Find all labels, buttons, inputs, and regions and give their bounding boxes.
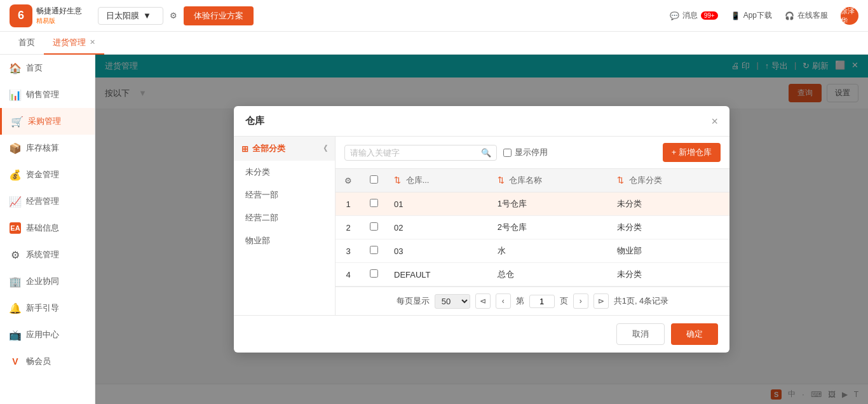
table-row[interactable]: 1 01 1号仓库 未分类: [336, 192, 729, 216]
per-page-select[interactable]: 50 10 20 100: [435, 294, 470, 309]
app-download-button[interactable]: 📱 App下载: [731, 10, 772, 21]
category-item-operations2[interactable]: 经营二部: [234, 206, 335, 229]
guide-icon: 🔔: [10, 302, 21, 314]
warehouse-modal: 仓库 × ⊞ 全部分类 《 未分类 经营一部 经营二部: [234, 106, 729, 353]
inventory-icon: 📦: [10, 142, 21, 154]
store-selector[interactable]: 日太阳膜 ▼: [98, 7, 163, 25]
sidebar-item-operations[interactable]: 📈 经营管理: [0, 188, 95, 215]
row-name: 1号仓库: [490, 192, 610, 216]
category-item-uncategorized[interactable]: 未分类: [234, 161, 335, 184]
search-input[interactable]: [350, 148, 477, 158]
home-icon: 🏠: [10, 62, 21, 74]
table-row[interactable]: 4 DEFAULT 总仓 未分类: [336, 263, 729, 286]
pagination: 每页显示 50 10 20 100 ⊲ ‹ 第 页: [336, 286, 729, 315]
settings-button[interactable]: ⚙: [163, 6, 184, 26]
sidebar-item-home[interactable]: 🏠 首页: [0, 55, 95, 81]
modal-overlay: 仓库 × ⊞ 全部分类 《 未分类 经营一部 经营二部: [95, 55, 868, 404]
row-code: 03: [386, 239, 490, 263]
category-item-operations1[interactable]: 经营一部: [234, 184, 335, 206]
col-name[interactable]: ⇅ 仓库名称: [490, 169, 610, 192]
table-panel: 🔍 显示停用 + 新增仓库: [336, 137, 729, 315]
table-row[interactable]: 3 03 水 物业部: [336, 239, 729, 263]
sidebar-item-sales[interactable]: 📊 销售管理: [0, 81, 95, 108]
row-name: 总仓: [490, 263, 610, 286]
sidebar-item-enterprise[interactable]: 🏢 企业协同: [0, 268, 95, 295]
row-checkbox-cell[interactable]: [361, 239, 386, 263]
sidebar-item-members[interactable]: V 畅会员: [0, 348, 95, 375]
online-service-button[interactable]: 🎧 在线客服: [785, 10, 828, 21]
row-code: 02: [386, 216, 490, 239]
table-container: ⚙ ⇅ 仓库...: [336, 169, 729, 286]
enterprise-icon: 🏢: [10, 276, 21, 287]
show-disabled-label[interactable]: 显示停用: [503, 147, 548, 158]
sort-icon-name: ⇅: [498, 175, 505, 185]
user-profile[interactable]: 徐泽华: [841, 7, 858, 25]
row-checkbox-cell[interactable]: [361, 192, 386, 216]
col-category[interactable]: ⇅ 仓库分类: [609, 169, 729, 192]
sort-icon-code: ⇅: [394, 175, 401, 185]
sales-icon: 📊: [10, 89, 21, 100]
add-warehouse-button[interactable]: + 新增仓库: [663, 143, 721, 162]
select-all-checkbox[interactable]: [370, 175, 378, 184]
try-industry-button[interactable]: 体验行业方案: [184, 6, 254, 25]
sidebar-item-finance[interactable]: 💰 资金管理: [0, 161, 95, 188]
page-number-input[interactable]: [529, 295, 555, 308]
avatar: 徐泽华: [841, 7, 858, 25]
modal-footer: 取消 确定: [234, 315, 729, 353]
app-logo: 6 畅捷通好生意 精易版: [10, 4, 82, 27]
table-toolbar: 🔍 显示停用 + 新增仓库: [336, 137, 729, 169]
row-index: 2: [336, 216, 361, 239]
purchase-icon: 🛒: [11, 116, 23, 127]
messages-button[interactable]: 💬 消息 99+: [670, 10, 718, 21]
row-checkbox[interactable]: [370, 222, 378, 231]
tab-close-icon[interactable]: ✕: [90, 38, 95, 46]
chevron-down-icon: ▼: [143, 11, 151, 20]
cancel-button[interactable]: 取消: [616, 323, 665, 345]
row-category: 未分类: [609, 192, 729, 216]
row-name: 水: [490, 239, 610, 263]
warehouse-table: ⚙ ⇅ 仓库...: [336, 169, 729, 286]
top-header: 6 畅捷通好生意 精易版 日太阳膜 ▼ ⚙ 体验行业方案 💬 消息 99+ 📱 …: [0, 0, 868, 32]
row-checkbox[interactable]: [370, 199, 378, 207]
members-icon: V: [10, 356, 21, 367]
col-code[interactable]: ⇅ 仓库...: [386, 169, 490, 192]
first-page-button[interactable]: ⊲: [475, 293, 491, 309]
row-checkbox[interactable]: [370, 269, 378, 278]
row-category: 未分类: [609, 263, 729, 286]
collapse-panel-button[interactable]: 《: [320, 144, 327, 154]
row-category: 未分类: [609, 216, 729, 239]
tab-home[interactable]: 首页: [10, 32, 44, 55]
last-page-button[interactable]: ⊳: [593, 293, 609, 309]
sidebar-item-inventory[interactable]: 📦 库存核算: [0, 135, 95, 161]
modal-close-button[interactable]: ×: [711, 116, 718, 127]
sidebar-item-apps[interactable]: 📺 应用中心: [0, 321, 95, 348]
row-checkbox-cell[interactable]: [361, 216, 386, 239]
sidebar-item-basic-info[interactable]: EA 基础信息: [0, 215, 95, 241]
app-icon: 📱: [731, 11, 740, 20]
show-disabled-checkbox[interactable]: [503, 149, 512, 157]
operations-icon: 📈: [10, 196, 21, 207]
table-row[interactable]: 2 02 2号仓库 未分类: [336, 216, 729, 239]
message-badge: 99+: [701, 11, 718, 20]
row-checkbox-cell[interactable]: [361, 263, 386, 286]
confirm-button[interactable]: 确定: [671, 323, 718, 345]
apps-icon: 📺: [10, 329, 21, 340]
modal-body: ⊞ 全部分类 《 未分类 经营一部 经营二部 物业部: [234, 137, 729, 315]
row-index: 3: [336, 239, 361, 263]
table-header-row: ⚙ ⇅ 仓库...: [336, 169, 729, 192]
row-code: DEFAULT: [386, 263, 490, 286]
next-page-button[interactable]: ›: [573, 293, 588, 309]
tab-purchase[interactable]: 进货管理 ✕: [44, 32, 104, 55]
logo-icon: 6: [10, 4, 32, 27]
prev-page-button[interactable]: ‹: [496, 293, 511, 309]
sidebar-item-guide[interactable]: 🔔 新手引导: [0, 295, 95, 321]
modal-header: 仓库 ×: [234, 106, 729, 137]
sidebar-item-purchase[interactable]: 🛒 采购管理: [0, 108, 95, 135]
row-checkbox[interactable]: [370, 246, 378, 254]
category-item-property[interactable]: 物业部: [234, 229, 335, 252]
row-category: 物业部: [609, 239, 729, 263]
system-icon: ⚙: [10, 249, 21, 260]
row-index: 1: [336, 192, 361, 216]
col-checkbox: [361, 169, 386, 192]
sidebar-item-system[interactable]: ⚙ 系统管理: [0, 241, 95, 268]
